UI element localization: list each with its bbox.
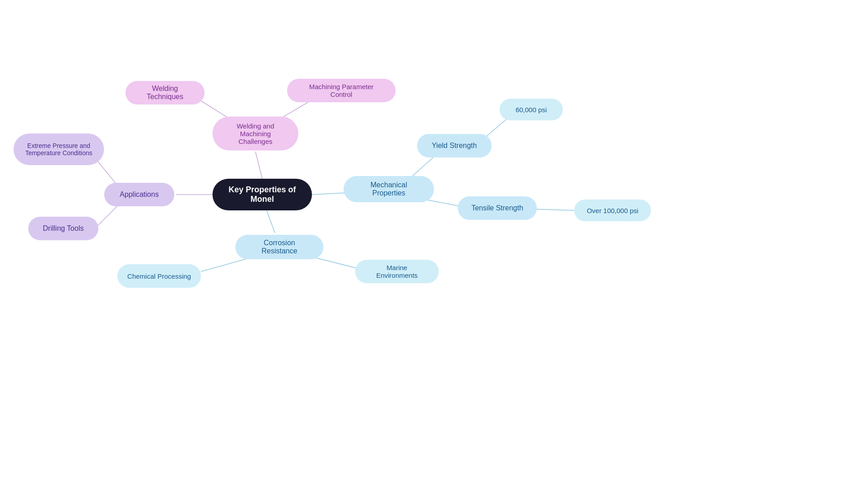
corrosion-resistance-label: Corrosion Resistance xyxy=(246,239,313,255)
psi-60000-label: 60,000 psi xyxy=(515,106,547,114)
welding-techniques-label: Welding Techniques xyxy=(137,85,194,101)
chemical-processing-node[interactable]: Chemical Processing xyxy=(118,264,201,288)
drilling-tools-node[interactable]: Drilling Tools xyxy=(28,217,99,240)
machining-param-node[interactable]: Machining Parameter Control xyxy=(287,79,396,102)
psi-60000-node[interactable]: 60,000 psi xyxy=(500,99,563,120)
marine-environments-label: Marine Environments xyxy=(365,264,429,279)
welding-machining-node[interactable]: Welding and Machining Challenges xyxy=(212,117,298,151)
center-node[interactable]: Key Properties of Monel xyxy=(212,179,312,210)
over-100000-psi-node[interactable]: Over 100,000 psi xyxy=(574,200,651,221)
drilling-tools-label: Drilling Tools xyxy=(43,224,84,233)
extreme-pressure-node[interactable]: Extreme Pressure and Temperature Conditi… xyxy=(14,133,104,165)
corrosion-resistance-node[interactable]: Corrosion Resistance xyxy=(236,235,324,259)
over-100000-psi-label: Over 100,000 psi xyxy=(587,207,638,214)
machining-param-label: Machining Parameter Control xyxy=(298,83,385,98)
tensile-strength-label: Tensile Strength xyxy=(472,204,524,212)
yield-strength-label: Yield Strength xyxy=(432,142,477,150)
svg-line-5 xyxy=(95,204,120,228)
applications-label: Applications xyxy=(120,190,159,199)
mechanical-properties-node[interactable]: Mechanical Properties xyxy=(344,176,434,202)
extreme-pressure-label: Extreme Pressure and Temperature Conditi… xyxy=(25,142,93,157)
svg-line-4 xyxy=(97,161,118,186)
welding-machining-label: Welding and Machining Challenges xyxy=(223,122,288,145)
welding-techniques-node[interactable]: Welding Techniques xyxy=(126,81,205,105)
svg-line-0 xyxy=(255,152,262,179)
marine-environments-node[interactable]: Marine Environments xyxy=(355,260,439,283)
chemical-processing-label: Chemical Processing xyxy=(127,272,191,280)
svg-line-12 xyxy=(201,257,253,271)
mechanical-properties-label: Mechanical Properties xyxy=(354,181,423,197)
svg-line-11 xyxy=(267,210,275,233)
applications-node[interactable]: Applications xyxy=(104,183,175,206)
yield-strength-node[interactable]: Yield Strength xyxy=(417,134,492,157)
svg-line-10 xyxy=(531,209,574,210)
tensile-strength-node[interactable]: Tensile Strength xyxy=(458,196,537,220)
